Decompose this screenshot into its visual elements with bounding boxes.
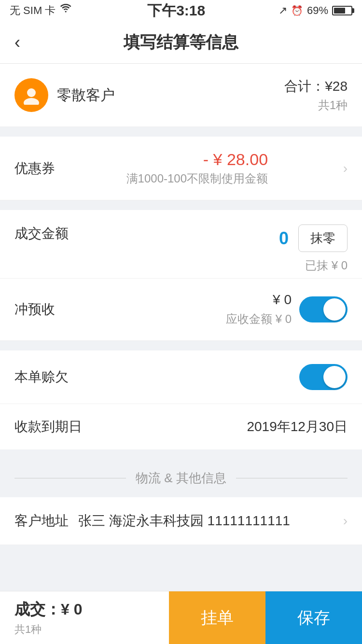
status-right: ↗ ⏰ 69% bbox=[278, 4, 352, 17]
deal-amount-value: 0 bbox=[279, 228, 289, 249]
coupon-label: 优惠券 bbox=[14, 159, 55, 178]
credit-row: 本单赊欠 bbox=[0, 350, 362, 404]
prepay-sub: 应收金额 ¥ 0 bbox=[226, 311, 292, 327]
customer-left: 零散客户 bbox=[14, 78, 115, 112]
due-date-label: 收款到期日 bbox=[14, 418, 82, 436]
customer-row: 零散客户 合计：¥28 共1种 bbox=[0, 64, 362, 127]
address-row[interactable]: 客户地址 张三 海淀永丰科技园 11111111111 › bbox=[0, 497, 362, 545]
bottom-deal-amount: 成交：¥ 0 bbox=[14, 599, 154, 620]
credit-toggle-circle bbox=[323, 366, 346, 388]
coupon-subtext: 满1000-100不限制使用金额 bbox=[126, 171, 268, 186]
battery-icon bbox=[332, 6, 352, 15]
page-title: 填写结算等信息 bbox=[124, 31, 238, 54]
content-area: 零散客户 合计：¥28 共1种 优惠券 - ¥ 28.00 满1000-100不… bbox=[0, 64, 362, 603]
customer-name: 零散客户 bbox=[57, 85, 115, 105]
status-left: 无 SIM 卡 bbox=[10, 3, 74, 18]
prepay-amount-area: ¥ 0 应收金额 ¥ 0 bbox=[226, 292, 292, 327]
credit-label: 本单赊欠 bbox=[14, 368, 69, 386]
logistics-line-left bbox=[14, 478, 126, 478]
wifi-icon bbox=[60, 4, 74, 17]
deal-amount-label: 成交金额 bbox=[14, 224, 69, 243]
coupon-right: - ¥ 28.00 满1000-100不限制使用金额 bbox=[126, 150, 268, 186]
due-date-row: 收款到期日 2019年12月30日 bbox=[0, 404, 362, 449]
customer-section: 零散客户 合计：¥28 共1种 bbox=[0, 64, 362, 127]
divider-1 bbox=[0, 127, 362, 137]
total-amount: 合计：¥28 bbox=[284, 77, 348, 96]
no-sim-label: 无 SIM 卡 bbox=[10, 3, 56, 18]
total-count: 共1种 bbox=[284, 98, 348, 113]
coupon-discount: - ¥ 28.00 bbox=[126, 150, 268, 169]
alarm-icon: ⏰ bbox=[291, 5, 303, 16]
location-icon: ↗ bbox=[278, 4, 287, 17]
credit-toggle[interactable] bbox=[299, 364, 348, 390]
logistics-line-right bbox=[236, 478, 348, 478]
prepay-label: 冲预收 bbox=[14, 300, 55, 319]
svg-point-0 bbox=[27, 88, 36, 97]
svg-point-1 bbox=[24, 98, 39, 105]
customer-right: 合计：¥28 共1种 bbox=[284, 77, 348, 113]
status-time: 下午3:18 bbox=[147, 1, 205, 21]
logistics-section: 物流 & 其他信息 bbox=[0, 459, 362, 497]
prepay-amount: ¥ 0 bbox=[273, 292, 292, 308]
back-button[interactable]: ‹ bbox=[14, 32, 20, 53]
logistics-label: 物流 & 其他信息 bbox=[136, 470, 226, 487]
divider-4 bbox=[0, 449, 362, 459]
prepay-right: ¥ 0 应收金额 ¥ 0 bbox=[226, 292, 348, 327]
deal-amount-sub: 已抹 ¥ 0 bbox=[305, 258, 348, 273]
save-button[interactable]: 保存 bbox=[265, 591, 362, 644]
bottom-deal-label: 成交： bbox=[14, 601, 61, 618]
status-bar: 无 SIM 卡 下午3:18 ↗ ⏰ 69% bbox=[0, 0, 362, 21]
coupon-row[interactable]: 优惠券 - ¥ 28.00 满1000-100不限制使用金额 › bbox=[0, 137, 362, 200]
hang-button[interactable]: 挂单 bbox=[169, 591, 265, 644]
address-label: 客户地址 bbox=[14, 512, 69, 530]
due-date-value: 2019年12月30日 bbox=[247, 418, 348, 436]
coupon-chevron: › bbox=[343, 161, 348, 176]
prepay-toggle[interactable] bbox=[299, 296, 348, 322]
mazan-button[interactable]: 抹零 bbox=[298, 224, 348, 252]
battery-percent: 69% bbox=[307, 4, 328, 17]
bottom-count: 共1种 bbox=[14, 622, 154, 637]
address-value: 张三 海淀永丰科技园 11111111111 bbox=[78, 512, 334, 530]
prepay-toggle-circle bbox=[323, 298, 346, 321]
nav-bar: ‹ 填写结算等信息 bbox=[0, 21, 362, 64]
divider-3 bbox=[0, 341, 362, 350]
bottom-info: 成交：¥ 0 共1种 bbox=[0, 599, 169, 637]
prepay-row: 冲预收 ¥ 0 应收金额 ¥ 0 bbox=[0, 279, 362, 341]
address-chevron: › bbox=[343, 513, 348, 529]
bottom-bar: 成交：¥ 0 共1种 挂单 保存 bbox=[0, 591, 362, 644]
deal-amount-row: 成交金额 0 抹零 已抹 ¥ 0 bbox=[0, 210, 362, 279]
customer-avatar bbox=[14, 78, 48, 112]
bottom-deal-value: ¥ 0 bbox=[61, 601, 82, 618]
divider-2 bbox=[0, 200, 362, 210]
